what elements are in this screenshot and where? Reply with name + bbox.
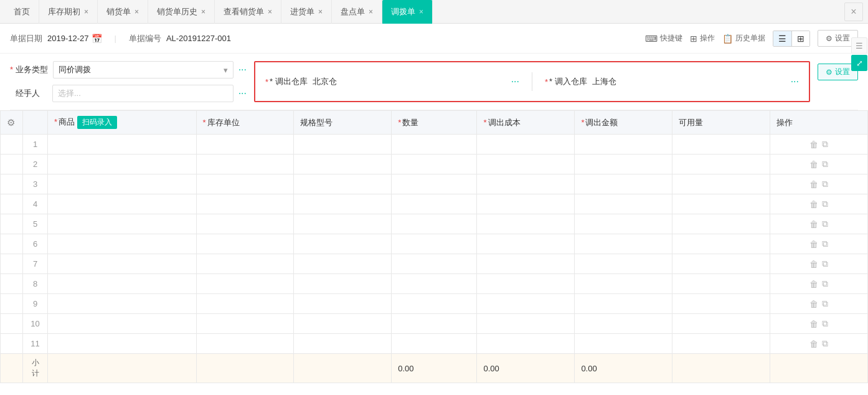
- row-5-amount[interactable]: [575, 214, 672, 234]
- row-11-unit[interactable]: [196, 334, 294, 354]
- row-3-cost[interactable]: [477, 174, 575, 194]
- row-3-unit[interactable]: [196, 174, 294, 194]
- row-11-product[interactable]: [48, 334, 197, 354]
- row-3-spec[interactable]: [294, 174, 392, 194]
- row-4-cost[interactable]: [477, 194, 575, 214]
- row-8-cost[interactable]: [477, 274, 575, 294]
- tab-sales-close[interactable]: ×: [134, 7, 139, 16]
- row-5-delete-icon[interactable]: 🗑: [809, 219, 818, 229]
- row-9-copy-icon[interactable]: ⧉: [822, 298, 828, 309]
- calendar-icon[interactable]: 📅: [92, 34, 102, 44]
- row-2-unit[interactable]: [196, 155, 294, 174]
- table-scroll-area[interactable]: ⚙ *商品 扫码录入 *库存单位 规格型号 *数量 *调出成本 *调出金额 可用…: [0, 110, 868, 395]
- tab-sales-history-close[interactable]: ×: [201, 7, 205, 16]
- row-10-qty[interactable]: [392, 314, 477, 334]
- row-11-qty[interactable]: [392, 334, 477, 354]
- row-4-amount[interactable]: [575, 194, 672, 214]
- row-7-product[interactable]: [48, 254, 197, 274]
- row-4-spec[interactable]: [294, 194, 392, 214]
- row-1-copy-icon[interactable]: ⧉: [822, 139, 828, 150]
- row-3-product[interactable]: [48, 174, 197, 194]
- row-9-unit[interactable]: [196, 294, 294, 314]
- tab-inventory-init[interactable]: 库存期初 ×: [39, 0, 98, 24]
- row-1-delete-icon[interactable]: 🗑: [809, 140, 818, 150]
- row-3-copy-icon[interactable]: ⧉: [822, 179, 828, 189]
- row-7-delete-icon[interactable]: 🗑: [809, 259, 818, 269]
- row-6-qty[interactable]: [392, 234, 477, 254]
- tab-sales-history[interactable]: 销货单历史 ×: [148, 0, 215, 24]
- row-5-copy-icon[interactable]: ⧉: [822, 219, 828, 229]
- row-1-product[interactable]: [48, 135, 197, 155]
- row-11-amount[interactable]: [575, 334, 672, 354]
- row-9-product[interactable]: [48, 294, 197, 314]
- row-11-delete-icon[interactable]: 🗑: [809, 339, 818, 349]
- tab-home[interactable]: 首页: [5, 0, 39, 24]
- row-1-cost[interactable]: [477, 135, 575, 155]
- row-10-delete-icon[interactable]: 🗑: [809, 319, 818, 329]
- operation-button[interactable]: ⊞ 操作: [690, 33, 715, 44]
- row-4-copy-icon[interactable]: ⧉: [822, 199, 828, 209]
- row-6-delete-icon[interactable]: 🗑: [809, 239, 818, 249]
- shortcut-button[interactable]: ⌨ 快捷键: [645, 33, 682, 44]
- tab-view-sales[interactable]: 查看销货单 ×: [215, 0, 281, 24]
- tab-transfer-close[interactable]: ×: [419, 7, 423, 16]
- row-7-unit[interactable]: [196, 254, 294, 274]
- tab-stock-close[interactable]: ×: [369, 7, 373, 16]
- table-gear-icon[interactable]: ⚙: [7, 117, 15, 128]
- row-6-unit[interactable]: [196, 234, 294, 254]
- row-3-delete-icon[interactable]: 🗑: [809, 179, 818, 189]
- handler-input[interactable]: 选择...: [52, 85, 234, 102]
- row-6-amount[interactable]: [575, 234, 672, 254]
- row-2-copy-icon[interactable]: ⧉: [822, 159, 828, 169]
- business-type-more[interactable]: ···: [238, 64, 247, 75]
- row-11-copy-icon[interactable]: ⧉: [822, 338, 828, 349]
- row-4-product[interactable]: [48, 194, 197, 214]
- row-9-amount[interactable]: [575, 294, 672, 314]
- row-8-unit[interactable]: [196, 274, 294, 294]
- row-4-unit[interactable]: [196, 194, 294, 214]
- row-2-spec[interactable]: [294, 155, 392, 174]
- handler-more[interactable]: ···: [238, 88, 247, 99]
- dropdown-arrow-icon[interactable]: ▾: [224, 65, 228, 75]
- row-6-copy-icon[interactable]: ⧉: [822, 239, 828, 249]
- tab-stock-count[interactable]: 盘点单 ×: [332, 0, 382, 24]
- list-view-btn[interactable]: ☰: [773, 31, 792, 46]
- row-3-amount[interactable]: [575, 174, 672, 194]
- row-8-amount[interactable]: [575, 274, 672, 294]
- row-8-copy-icon[interactable]: ⧉: [822, 278, 828, 289]
- row-5-spec[interactable]: [294, 214, 392, 234]
- row-8-spec[interactable]: [294, 274, 392, 294]
- row-10-unit[interactable]: [196, 314, 294, 334]
- sidebar-expand-btn[interactable]: ⤢: [851, 55, 867, 71]
- row-2-cost[interactable]: [477, 155, 575, 174]
- row-5-cost[interactable]: [477, 214, 575, 234]
- row-8-qty[interactable]: [392, 274, 477, 294]
- row-7-qty[interactable]: [392, 254, 477, 274]
- row-5-product[interactable]: [48, 214, 197, 234]
- row-10-cost[interactable]: [477, 314, 575, 334]
- row-2-product[interactable]: [48, 155, 197, 174]
- tab-sales-order[interactable]: 销货单 ×: [98, 0, 148, 24]
- row-8-delete-icon[interactable]: 🗑: [809, 279, 818, 289]
- row-9-qty[interactable]: [392, 294, 477, 314]
- row-2-qty[interactable]: [392, 155, 477, 174]
- business-type-input[interactable]: 同价调拨 ▾: [53, 61, 234, 79]
- row-11-cost[interactable]: [477, 334, 575, 354]
- row-10-copy-icon[interactable]: ⧉: [822, 318, 828, 329]
- row-9-delete-icon[interactable]: 🗑: [809, 299, 818, 309]
- tab-transfer[interactable]: 调拨单 ×: [382, 0, 433, 24]
- row-1-qty[interactable]: [392, 135, 477, 155]
- row-2-delete-icon[interactable]: 🗑: [809, 159, 818, 169]
- row-10-spec[interactable]: [294, 314, 392, 334]
- row-1-unit[interactable]: [196, 135, 294, 155]
- row-4-qty[interactable]: [392, 194, 477, 214]
- row-2-amount[interactable]: [575, 155, 672, 174]
- row-11-spec[interactable]: [294, 334, 392, 354]
- row-5-qty[interactable]: [392, 214, 477, 234]
- row-6-product[interactable]: [48, 234, 197, 254]
- row-10-product[interactable]: [48, 314, 197, 334]
- tab-inventory-close[interactable]: ×: [84, 7, 88, 16]
- row-8-product[interactable]: [48, 274, 197, 294]
- row-1-spec[interactable]: [294, 135, 392, 155]
- row-5-unit[interactable]: [196, 214, 294, 234]
